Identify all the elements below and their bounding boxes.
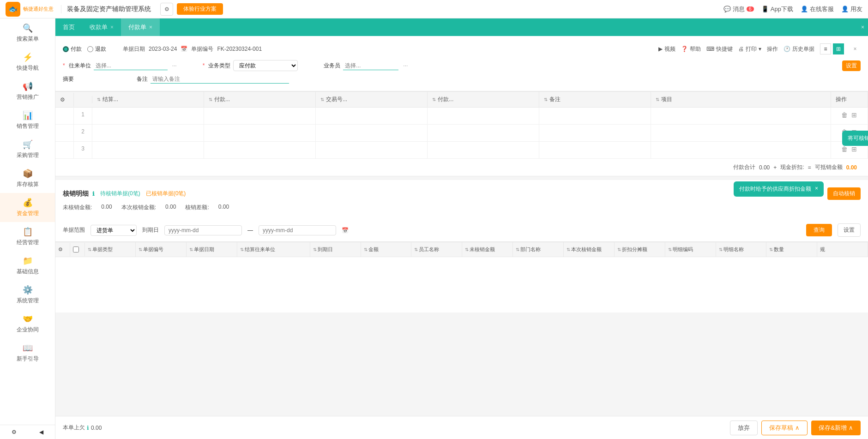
t2-doc-type-col[interactable]: ⇅ 单据类型 (85, 242, 136, 257)
t2-amount-col[interactable]: ⇅ 金额 (361, 242, 412, 257)
tab-close-all[interactable]: × (861, 24, 868, 30)
sidebar-item-purchase[interactable]: 🛒 采购管理 (0, 135, 55, 164)
t2-check-col[interactable] (70, 243, 85, 256)
table-col-transaction[interactable]: ⇅ 交易号... (316, 92, 428, 107)
row-3-project[interactable] (651, 142, 831, 158)
t2-settle-unit-col[interactable]: ⇅ 结算往来单位 (237, 242, 310, 257)
sidebar-settings-icon[interactable]: ⚙ (12, 429, 17, 435)
row-3-copy-icon[interactable]: ⊞ (851, 145, 857, 153)
shortcut-button[interactable]: ⌨ 快捷键 (706, 45, 733, 53)
row-3-delete-icon[interactable]: 🗑 (841, 145, 848, 153)
tab-receipt-close[interactable]: × (110, 24, 114, 30)
row-1-copy-icon[interactable]: ⊞ (851, 111, 857, 119)
table-col-settlement[interactable]: ⇅ 结算... (92, 92, 204, 107)
app-download-button[interactable]: 📱 App下载 (761, 5, 793, 13)
view-list-button[interactable]: ≡ (820, 43, 831, 54)
sidebar-item-inventory[interactable]: 📦 库存核算 (0, 164, 55, 193)
row-1-payment[interactable] (204, 108, 316, 124)
online-service-button[interactable]: 👤 在线客服 (801, 5, 834, 13)
row-1-project[interactable] (651, 108, 831, 124)
remark-input[interactable] (151, 75, 289, 84)
save-new-button[interactable]: 保存&新增 ∧ (811, 421, 861, 435)
t2-select-all-checkbox[interactable] (73, 247, 79, 253)
business-type-select[interactable]: 应付款 (233, 60, 298, 71)
row-1-remark[interactable] (539, 108, 651, 124)
sidebar-item-base-info[interactable]: 📁 基础信息 (0, 251, 55, 280)
t2-this-reconcile-col[interactable]: ⇅ 本次核销金额 (564, 242, 615, 257)
t2-unreconciled-col[interactable]: ⇅ 未核销金额 (462, 242, 513, 257)
row-2-payment2[interactable] (428, 125, 539, 141)
config-button[interactable]: 设置 (838, 223, 861, 237)
operate-button[interactable]: 操作 (767, 45, 778, 53)
t2-due-date-col[interactable]: ⇅ 到期日 (310, 242, 361, 257)
staff-expand[interactable]: ··· (403, 62, 408, 69)
row-2-remark[interactable] (539, 125, 651, 141)
table-col-payment[interactable]: ⇅ 付款... (204, 92, 316, 107)
row-2-transaction[interactable] (316, 125, 428, 141)
sidebar-item-finance[interactable]: 💰 资金管理 (0, 193, 55, 222)
t2-spec-col[interactable]: 规 (817, 242, 868, 257)
date-from-input[interactable] (164, 225, 242, 235)
row-3-payment[interactable] (204, 142, 316, 158)
row-1-payment2[interactable] (428, 108, 539, 124)
t2-setting-col[interactable]: ⚙ (55, 243, 70, 256)
calendar-icon[interactable]: 📅 (181, 46, 187, 52)
sidebar-item-operations[interactable]: 📋 经营管理 (0, 222, 55, 251)
row-3-remark[interactable] (539, 142, 651, 158)
row-1-delete-icon[interactable]: 🗑 (841, 111, 848, 119)
sidebar-collapse-icon[interactable]: ◀ (39, 429, 43, 435)
query-button[interactable]: 查询 (806, 224, 832, 236)
t2-dept-col[interactable]: ⇅ 部门名称 (513, 242, 564, 257)
view-grid-button[interactable]: ⊞ (833, 43, 844, 54)
payment-radio-label[interactable]: 付款 (63, 45, 82, 53)
tab-receipt[interactable]: 收款单 × (82, 18, 121, 36)
row-1-transaction[interactable] (316, 108, 428, 124)
sidebar-item-tutorial[interactable]: 📖 新手引导 (0, 338, 55, 367)
payment-radio[interactable] (63, 46, 69, 52)
from-unit-expand[interactable]: ··· (172, 62, 177, 69)
message-button[interactable]: 💬 消息 6 (723, 5, 754, 13)
t2-staff-col[interactable]: ⇅ 员工名称 (411, 242, 462, 257)
tab-payment-close[interactable]: × (149, 24, 152, 30)
reconcile-info-icon[interactable]: ℹ (92, 191, 95, 197)
settings-gear-button[interactable]: ⚙ (160, 3, 173, 16)
row-3-settlement[interactable] (92, 142, 204, 158)
auto-reconcile-button[interactable]: 自动核销 (827, 187, 861, 200)
row-1-settlement[interactable] (92, 108, 204, 124)
range-select[interactable]: 进货单 (90, 225, 137, 236)
form-close-button[interactable]: × (850, 43, 861, 54)
sidebar-item-quick-nav[interactable]: ⚡ 快捷导航 (0, 48, 55, 77)
save-draft-button[interactable]: 保存草稿 ∧ (761, 421, 808, 435)
user-button[interactable]: 👤 用友 (841, 5, 862, 13)
bottom-info-icon[interactable]: ℹ (87, 425, 89, 431)
t2-qty-col[interactable]: ⇅ 数量 (766, 242, 817, 257)
staff-input[interactable] (343, 61, 398, 70)
t2-discount-col[interactable]: ⇅ 折扣分摊额 (615, 242, 665, 257)
video-button[interactable]: ▶ 视频 (658, 45, 675, 53)
tooltip-2-close[interactable]: × (815, 185, 818, 192)
row-2-project[interactable] (651, 125, 831, 141)
t2-detail-code-col[interactable]: ⇅ 明细编码 (665, 242, 716, 257)
save-draft-dropdown-icon[interactable]: ∧ (795, 424, 800, 431)
row-3-transaction[interactable] (316, 142, 428, 158)
pending-tab[interactable]: 待核销单据(0笔) (100, 190, 140, 198)
table-col-payment2[interactable]: ⇅ 付款... (428, 92, 539, 107)
help-button[interactable]: ❓ 帮助 (681, 45, 701, 53)
print-button[interactable]: 🖨 打印 ▾ (738, 45, 761, 53)
row-3-payment2[interactable] (428, 142, 539, 158)
date-to-input[interactable] (259, 225, 336, 235)
tab-payment[interactable]: 付款单 × (121, 18, 160, 36)
trial-button[interactable]: 体验行业方案 (177, 3, 223, 15)
sidebar-item-marketing[interactable]: 📢 营销推广 (0, 77, 55, 106)
from-unit-input[interactable] (94, 61, 168, 70)
table-col-project[interactable]: ⇅ 项目 (651, 92, 831, 107)
save-new-dropdown-icon[interactable]: ∧ (849, 424, 853, 431)
sidebar-item-system[interactable]: ⚙️ 系统管理 (0, 280, 55, 309)
settings-button[interactable]: 设置 (842, 60, 861, 71)
history-button[interactable]: 🕐 历史单据 (784, 45, 814, 53)
sidebar-item-sales[interactable]: 📊 销售管理 (0, 106, 55, 135)
done-tab[interactable]: 已核销单据(0笔) (146, 190, 186, 198)
row-2-payment[interactable] (204, 125, 316, 141)
row-2-settlement[interactable] (92, 125, 204, 141)
t2-doc-date-col[interactable]: ⇅ 单据日期 (187, 242, 237, 257)
